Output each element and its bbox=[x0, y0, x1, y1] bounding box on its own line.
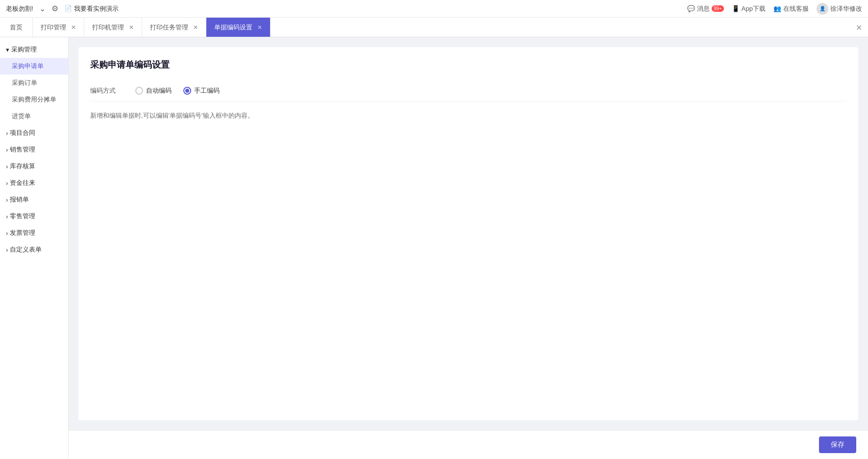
expand-arrow-icon-invoice: › bbox=[6, 230, 8, 237]
tab-printer-management[interactable]: 打印机管理 ✕ bbox=[84, 18, 142, 37]
sidebar-group-inventory: › 库存核算 bbox=[0, 158, 68, 175]
online-service-label: 在线客服 bbox=[783, 4, 809, 13]
tab-print-management[interactable]: 打印管理 ✕ bbox=[33, 18, 84, 37]
message-icon: 💬 bbox=[687, 5, 695, 12]
sidebar-group-purchase-title[interactable]: ▾ 采购管理 bbox=[0, 41, 68, 58]
sidebar-group-purchase-label: 采购管理 bbox=[11, 45, 37, 54]
save-button[interactable]: 保存 bbox=[819, 436, 856, 453]
tab-print-management-label: 打印管理 bbox=[41, 23, 66, 32]
sidebar-item-stock-in-label: 进货单 bbox=[12, 112, 31, 120]
sidebar-group-invoice-title[interactable]: › 发票管理 bbox=[0, 225, 68, 241]
content-area: 采购申请单编码设置 编码方式 自动编码 手工编码 bbox=[69, 37, 868, 430]
manual-encode-radio[interactable] bbox=[183, 87, 191, 95]
sidebar: ▾ 采购管理 采购申请单 采购订单 采购费用分摊单 进货单 › 项目合同 bbox=[0, 37, 69, 459]
sidebar-group-inventory-title[interactable]: › 库存核算 bbox=[0, 158, 68, 175]
expand-arrow-icon-project: › bbox=[6, 129, 8, 137]
sidebar-group-sales: › 销售管理 bbox=[0, 141, 68, 158]
tab-home[interactable]: 首页 bbox=[0, 18, 33, 37]
demo-label: 我要看实例演示 bbox=[74, 4, 119, 13]
sidebar-group-custom-form-label: 自定义表单 bbox=[10, 245, 42, 254]
sidebar-group-capital-label: 资金往来 bbox=[10, 178, 35, 187]
message-button[interactable]: 💬 消息 99+ bbox=[687, 4, 724, 13]
sidebar-item-stock-in[interactable]: 进货单 bbox=[0, 108, 68, 125]
bottom-bar: 保存 bbox=[69, 430, 868, 459]
brand-label: 老板勿割! bbox=[6, 4, 33, 13]
sidebar-group-returns: › 报销单 bbox=[0, 191, 68, 208]
tab-barcode-settings-label: 单据编码设置 bbox=[214, 23, 252, 32]
tab-bar-close-button[interactable]: ✕ bbox=[850, 19, 868, 36]
sidebar-group-project-contract-title[interactable]: › 项目合同 bbox=[0, 125, 68, 141]
settings-icon-button[interactable]: ⚙ bbox=[50, 3, 60, 14]
sidebar-group-invoice: › 发票管理 bbox=[0, 225, 68, 241]
tab-printer-management-close[interactable]: ✕ bbox=[129, 24, 134, 31]
sidebar-group-sales-label: 销售管理 bbox=[10, 145, 35, 154]
content-card: 采购申请单编码设置 编码方式 自动编码 手工编码 bbox=[78, 47, 858, 420]
expand-arrow-icon-custom: › bbox=[6, 246, 8, 254]
page-title: 采购申请单编码设置 bbox=[90, 59, 846, 71]
expand-arrow-icon-retail: › bbox=[6, 213, 8, 220]
sidebar-item-purchase-request[interactable]: 采购申请单 bbox=[0, 58, 68, 75]
sidebar-group-retail-label: 零售管理 bbox=[10, 212, 35, 221]
top-bar: 老板勿割! ⌄ ⚙ 📄 我要看实例演示 💬 消息 99+ 📱 App下载 👥 在… bbox=[0, 0, 868, 18]
sidebar-group-project-contract: › 项目合同 bbox=[0, 125, 68, 141]
encode-label: 编码方式 bbox=[90, 86, 120, 95]
sidebar-group-invoice-label: 发票管理 bbox=[10, 229, 35, 237]
top-bar-left: 老板勿割! ⌄ ⚙ 📄 我要看实例演示 bbox=[6, 3, 119, 14]
sidebar-group-capital-title[interactable]: › 资金往来 bbox=[0, 175, 68, 191]
app-download-button[interactable]: 📱 App下载 bbox=[732, 4, 766, 13]
demo-icon: 📄 bbox=[64, 5, 72, 12]
sidebar-group-project-contract-label: 项目合同 bbox=[10, 128, 35, 137]
manual-encode-option[interactable]: 手工编码 bbox=[183, 86, 220, 95]
sidebar-item-purchase-request-label: 采购申请单 bbox=[12, 62, 44, 70]
sidebar-group-returns-title[interactable]: › 报销单 bbox=[0, 191, 68, 208]
sidebar-group-purchase: ▾ 采购管理 采购申请单 采购订单 采购费用分摊单 进货单 bbox=[0, 41, 68, 125]
expand-arrow-icon-inventory: › bbox=[6, 163, 8, 170]
expand-arrow-icon-returns: › bbox=[6, 196, 8, 204]
username-label: 徐泽华修改 bbox=[830, 4, 862, 13]
online-service-button[interactable]: 👥 在线客服 bbox=[773, 4, 809, 13]
download-icon: 📱 bbox=[732, 5, 740, 12]
radio-group: 自动编码 手工编码 bbox=[135, 86, 220, 95]
sidebar-group-returns-label: 报销单 bbox=[10, 195, 29, 204]
tab-print-management-close[interactable]: ✕ bbox=[71, 24, 76, 31]
sidebar-group-retail: › 零售管理 bbox=[0, 208, 68, 225]
hint-text: 新增和编辑单据时,可以编辑'单据编码号'输入框中的内容。 bbox=[90, 111, 846, 120]
sidebar-item-purchase-expense-label: 采购费用分摊单 bbox=[12, 96, 56, 103]
auto-encode-label: 自动编码 bbox=[146, 86, 172, 95]
avatar: 👤 bbox=[817, 3, 828, 15]
sidebar-group-inventory-label: 库存核算 bbox=[10, 162, 35, 171]
tab-home-label: 首页 bbox=[10, 23, 23, 32]
top-bar-icons: ⌄ ⚙ bbox=[37, 3, 60, 14]
auto-encode-option[interactable]: 自动编码 bbox=[135, 86, 172, 95]
sidebar-item-purchase-expense[interactable]: 采购费用分摊单 bbox=[0, 91, 68, 108]
demo-link[interactable]: 📄 我要看实例演示 bbox=[64, 4, 119, 13]
sidebar-item-purchase-order[interactable]: 采购订单 bbox=[0, 75, 68, 91]
dropdown-icon-button[interactable]: ⌄ bbox=[37, 3, 48, 14]
tab-bar: 首页 打印管理 ✕ 打印机管理 ✕ 打印任务管理 ✕ 单据编码设置 ✕ ✕ bbox=[0, 18, 868, 37]
tab-print-task-close[interactable]: ✕ bbox=[193, 24, 198, 31]
auto-encode-radio[interactable] bbox=[135, 87, 143, 95]
message-badge: 99+ bbox=[712, 5, 724, 12]
tab-print-task[interactable]: 打印任务管理 ✕ bbox=[142, 18, 206, 37]
top-bar-right: 💬 消息 99+ 📱 App下载 👥 在线客服 👤 徐泽华修改 bbox=[687, 3, 862, 15]
user-menu[interactable]: 👤 徐泽华修改 bbox=[817, 3, 862, 15]
sidebar-group-custom-form: › 自定义表单 bbox=[0, 241, 68, 258]
sidebar-group-custom-form-title[interactable]: › 自定义表单 bbox=[0, 241, 68, 258]
sidebar-group-capital: › 资金往来 bbox=[0, 175, 68, 191]
tab-barcode-settings[interactable]: 单据编码设置 ✕ bbox=[206, 18, 271, 37]
message-label: 消息 bbox=[697, 4, 710, 13]
main-content: 采购申请单编码设置 编码方式 自动编码 手工编码 bbox=[69, 37, 868, 459]
sidebar-group-sales-title[interactable]: › 销售管理 bbox=[0, 141, 68, 158]
expand-arrow-icon-capital: › bbox=[6, 179, 8, 187]
sidebar-item-purchase-order-label: 采购订单 bbox=[12, 79, 37, 86]
expand-arrow-icon-sales: › bbox=[6, 146, 8, 153]
service-icon: 👥 bbox=[773, 5, 781, 12]
collapse-arrow-icon: ▾ bbox=[6, 46, 9, 53]
layout: ▾ 采购管理 采购申请单 采购订单 采购费用分摊单 进货单 › 项目合同 bbox=[0, 37, 868, 459]
sidebar-group-retail-title[interactable]: › 零售管理 bbox=[0, 208, 68, 225]
encode-row: 编码方式 自动编码 手工编码 bbox=[90, 80, 846, 102]
manual-encode-label: 手工编码 bbox=[194, 86, 220, 95]
tab-printer-management-label: 打印机管理 bbox=[92, 23, 124, 32]
tab-print-task-label: 打印任务管理 bbox=[150, 23, 188, 32]
tab-barcode-settings-close[interactable]: ✕ bbox=[257, 24, 262, 31]
